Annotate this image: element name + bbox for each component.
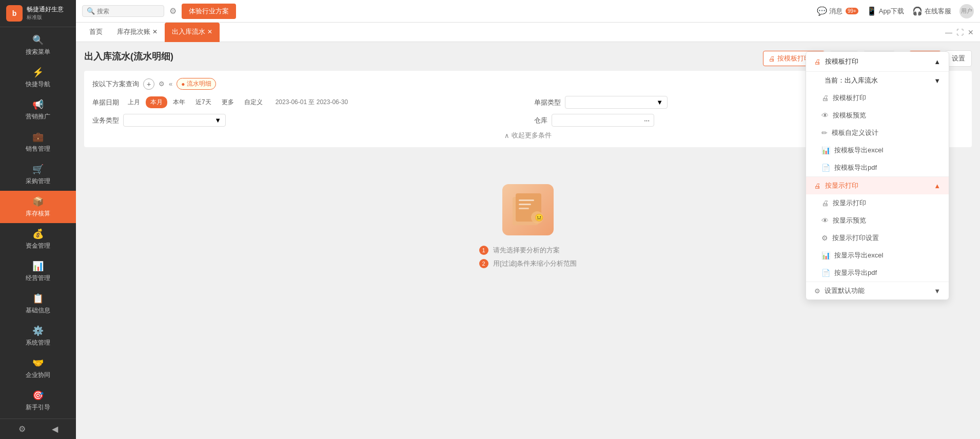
biztype-chevron-icon: ▼: [214, 116, 221, 124]
display-print-section-header[interactable]: 🖨 按显示打印 ▲: [806, 177, 949, 194]
sidebar-item-inventory[interactable]: 📦库存核算: [0, 191, 76, 223]
current-label: 当前：出入库流水: [825, 76, 878, 85]
basic-icon: 📋: [32, 293, 44, 304]
date-tab-本月[interactable]: 本月: [146, 96, 167, 108]
guide-label: 新手引导: [26, 403, 50, 412]
filter-tag-icon: ●: [181, 81, 185, 88]
filter-collapse-icon[interactable]: «: [169, 80, 172, 88]
sidebar-item-collab[interactable]: 🤝企业协同: [0, 352, 76, 385]
dropdown-header-chevron[interactable]: ▲: [934, 58, 940, 66]
search-input[interactable]: [97, 8, 148, 15]
message-item[interactable]: 💬 消息 99+: [817, 6, 858, 16]
display-excel-label: 按显示导出excel: [834, 251, 883, 260]
tab-batch-close[interactable]: ✕: [152, 28, 158, 35]
print-dropdown-panel: 🖨 按模板打印 ▲ 当前：出入库流水 ▼ 🖨 按模板打印 👁 按模板预览 ✏ 模…: [806, 51, 949, 300]
display-section-label: 按显示打印: [825, 181, 858, 190]
topbar-search-box[interactable]: 🔍: [82, 5, 164, 17]
date-tab-上月[interactable]: 上月: [123, 96, 145, 108]
filter-tag-label: 流水明细: [187, 79, 211, 88]
display-preview-icon: 👁: [821, 216, 829, 225]
minimize-icon[interactable]: —: [945, 28, 952, 36]
download-icon: 📱: [867, 6, 877, 16]
sidebar-item-system[interactable]: ⚙️系统管理: [0, 320, 76, 352]
template-pdf-label: 按模板导出pdf: [834, 163, 877, 172]
collapse-icon[interactable]: ◀: [52, 424, 58, 434]
filter-settings-icon[interactable]: ⚙: [159, 80, 165, 88]
date-field-label: 单据日期: [92, 98, 119, 107]
display-settings-item[interactable]: ⚙ 按显示打印设置: [806, 229, 949, 247]
tab-batch[interactable]: 库存批次账 ✕: [110, 23, 165, 42]
template-preview-item[interactable]: 👁 按模板预览: [806, 107, 949, 124]
date-tab-近7天[interactable]: 近7天: [191, 96, 216, 108]
default-function-item[interactable]: ⚙ 设置默认功能 ▼: [806, 282, 949, 300]
online-service-item[interactable]: 🎧 在线客服: [912, 6, 951, 16]
display-pdf-icon: 📄: [821, 269, 830, 277]
app-download-label: App下载: [879, 7, 904, 16]
tab-batch-label: 库存批次账: [117, 27, 150, 36]
print-icon: 🖨: [769, 55, 775, 63]
tab-home-label: 首页: [89, 27, 103, 36]
app-download-item[interactable]: 📱 App下载: [867, 6, 904, 16]
settings-icon[interactable]: ⚙: [18, 424, 26, 434]
settings-gear-icon[interactable]: ⚙: [169, 6, 177, 16]
display-print-label: 按显示打印: [833, 198, 866, 208]
sidebar-item-guide[interactable]: 🎯新手引导: [0, 385, 76, 417]
sidebar-item-marketing[interactable]: 📢营销推广: [0, 94, 76, 126]
date-tab-自定义[interactable]: 自定义: [240, 96, 267, 108]
date-range-display: 2023-06-01 至 2023-06-30: [276, 98, 348, 107]
sidebar-item-operation[interactable]: 📊经营管理: [0, 255, 76, 288]
collapse-label: 收起更多条件: [512, 131, 552, 140]
search-icon: 🔍: [87, 7, 95, 15]
template-print-icon: 🖨: [821, 94, 829, 102]
step-2-text: 用[过滤]条件来缩小分析范围: [493, 260, 577, 267]
display-section-icon: 🖨: [814, 182, 821, 190]
tab-flow[interactable]: 出入库流水 ✕: [165, 23, 220, 42]
doctype-field-label: 单据类型: [534, 98, 561, 107]
sales-icon: 💼: [32, 131, 44, 143]
marketing-label: 营销推广: [26, 112, 50, 121]
display-settings-label: 按显示打印设置: [832, 233, 879, 243]
headset-icon: 🎧: [912, 6, 923, 16]
tab-flow-close[interactable]: ✕: [207, 28, 212, 35]
display-pdf-item[interactable]: 📄 按显示导出pdf: [806, 264, 949, 282]
sidebar-item-search[interactable]: 🔍搜索菜单: [0, 29, 76, 62]
collab-label: 企业协同: [26, 371, 50, 380]
sidebar-item-basic[interactable]: 📋基础信息: [0, 288, 76, 320]
user-avatar[interactable]: 用户: [959, 4, 974, 18]
display-print-item[interactable]: 🖨 按显示打印: [806, 194, 949, 212]
sidebar-item-finance[interactable]: 💰资金管理: [0, 223, 76, 255]
sales-label: 销售管理: [26, 145, 50, 153]
template-excel-item[interactable]: 📊 按模板导出excel: [806, 142, 949, 159]
system-icon: ⚙️: [32, 325, 44, 336]
filter-add-button[interactable]: +: [143, 78, 154, 90]
trial-button[interactable]: 体验行业方案: [182, 4, 236, 19]
tab-flow-label: 出入库流水: [172, 27, 205, 36]
logo-sub: 标准版: [27, 14, 64, 21]
sidebar-item-sales[interactable]: 💼销售管理: [0, 126, 76, 158]
default-fn-chevron: ▼: [934, 287, 940, 295]
doctype-select[interactable]: ▼: [565, 96, 668, 109]
date-tab-本年[interactable]: 本年: [168, 96, 190, 108]
display-preview-item[interactable]: 👁 按显示预览: [806, 212, 949, 229]
template-custom-item[interactable]: ✏ 模板自定义设计: [806, 124, 949, 142]
warehouse-select[interactable]: ···: [552, 114, 654, 127]
sidebar-item-purchase[interactable]: 🛒采购管理: [0, 158, 76, 191]
template-print-label: 按模板打印: [833, 93, 866, 103]
sidebar-item-shortcut[interactable]: ⚡快捷导航: [0, 62, 76, 94]
date-tab-更多[interactable]: 更多: [217, 96, 239, 108]
doctype-chevron-icon: ▼: [656, 98, 663, 106]
display-print-icon: 🖨: [821, 199, 829, 207]
template-preview-icon: 👁: [821, 111, 829, 119]
biztype-select[interactable]: ▼: [123, 114, 226, 127]
close-window-icon[interactable]: ✕: [968, 28, 974, 36]
template-print-item[interactable]: 🖨 按模板打印: [806, 89, 949, 107]
maximize-icon[interactable]: ⛶: [956, 28, 964, 36]
display-section-chevron: ▲: [934, 182, 940, 190]
template-pdf-item[interactable]: 📄 按模板导出pdf: [806, 159, 949, 176]
tab-home[interactable]: 首页: [82, 23, 110, 42]
display-excel-item[interactable]: 📊 按显示导出excel: [806, 247, 949, 264]
dropdown-current-item[interactable]: 当前：出入库流水 ▼: [806, 72, 949, 89]
search-icon: 🔍: [32, 34, 44, 46]
sidebar-nav: 🔍搜索菜单⚡快捷导航📢营销推广💼销售管理🛒采购管理📦库存核算💰资金管理📊经营管理…: [0, 27, 76, 418]
filter-date-field: 单据日期 上月本月本年近7天更多自定义 2023-06-01 至 2023-06…: [92, 96, 522, 108]
